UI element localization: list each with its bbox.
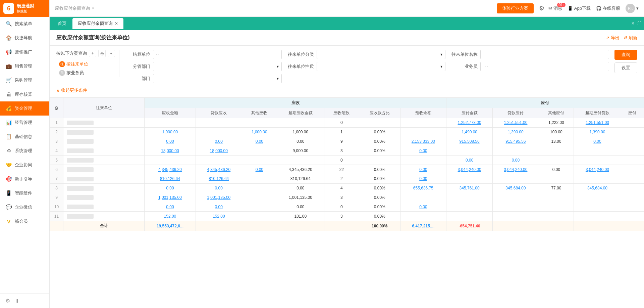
table-cell[interactable]: 1,490.00 bbox=[446, 127, 493, 137]
sidebar-item-starter[interactable]: 🎯 新手引导 bbox=[0, 172, 49, 186]
tab-receivable[interactable]: 应收应付余额查询 ✕ bbox=[72, 18, 123, 29]
table-cell[interactable]: 0.00 bbox=[145, 202, 196, 212]
table-cell[interactable]: 0.00 bbox=[400, 202, 446, 212]
refresh-button[interactable]: ↺ 刷新 bbox=[624, 35, 637, 41]
app-download-button[interactable]: 📱 App下载 bbox=[568, 5, 591, 11]
table-cell[interactable] bbox=[493, 146, 539, 156]
table-cell[interactable] bbox=[400, 118, 446, 128]
table-cell[interactable] bbox=[574, 146, 621, 156]
table-cell[interactable] bbox=[574, 212, 621, 221]
setting-button[interactable]: 设置 bbox=[614, 62, 637, 73]
scheme-item-partner[interactable]: 往 按往来单位 bbox=[56, 60, 115, 69]
table-cell[interactable]: 2,153,333.00 bbox=[400, 137, 446, 146]
table-cell[interactable] bbox=[574, 156, 621, 165]
table-cell[interactable]: 0.00 bbox=[196, 202, 242, 212]
table-cell[interactable] bbox=[493, 174, 539, 183]
table-cell[interactable] bbox=[242, 183, 277, 193]
tab-maximize-icon[interactable]: ⛶ bbox=[637, 21, 641, 26]
table-cell[interactable] bbox=[242, 118, 277, 128]
export-button[interactable]: ↗ 导出 bbox=[606, 35, 620, 41]
table-cell[interactable] bbox=[574, 193, 621, 202]
table-cell[interactable]: 0.00 bbox=[400, 165, 446, 174]
table-cell[interactable]: 0.00 bbox=[242, 165, 277, 174]
gear-button[interactable]: ⚙ bbox=[539, 5, 544, 12]
table-cell[interactable]: 345,684.00 bbox=[493, 183, 539, 193]
table-cell[interactable] bbox=[446, 202, 493, 212]
table-cell[interactable]: 0.00 bbox=[574, 137, 621, 146]
table-cell[interactable]: 0.00 bbox=[196, 137, 242, 146]
table-cell[interactable] bbox=[242, 156, 277, 165]
sidebar-item-basic-info[interactable]: 📋 基础信息 bbox=[0, 130, 49, 144]
table-cell[interactable]: 0.00 bbox=[400, 174, 446, 183]
sidebar-item-sales[interactable]: 💼 销售管理 bbox=[0, 59, 49, 73]
salesperson-input[interactable]: ··· bbox=[480, 62, 609, 71]
sidebar-item-marketing[interactable]: 📢 营销推广 bbox=[0, 45, 49, 59]
table-cell[interactable]: 4,345,436.20 bbox=[196, 165, 242, 174]
table-cell[interactable] bbox=[242, 174, 277, 183]
table-cell[interactable] bbox=[446, 174, 493, 183]
sidebar-item-smart-hw[interactable]: 📱 智能硬件 bbox=[0, 186, 49, 200]
partner-nature-input[interactable]: ▾ bbox=[317, 62, 445, 71]
table-cell[interactable]: 1,252,773.00 bbox=[446, 118, 493, 128]
sidebar-item-quick-nav[interactable]: 🏠 快捷导航 bbox=[0, 31, 49, 45]
tab-home[interactable]: 首页 bbox=[52, 18, 72, 29]
filter-add-button[interactable]: + bbox=[89, 50, 96, 57]
table-cell[interactable] bbox=[242, 202, 277, 212]
dept-input[interactable]: ▾ bbox=[153, 62, 282, 71]
table-cell[interactable] bbox=[400, 193, 446, 202]
message-button[interactable]: ✉ 消息 99+ bbox=[548, 5, 562, 11]
table-cell[interactable]: 3,044,240.00 bbox=[446, 165, 493, 174]
table-cell[interactable] bbox=[446, 146, 493, 156]
footer-ar-amount[interactable]: 19,553,472,6... bbox=[145, 221, 196, 231]
table-cell[interactable]: 345,761.00 bbox=[446, 183, 493, 193]
table-cell[interactable]: 0.00 bbox=[196, 183, 242, 193]
sidebar-item-search-menu[interactable]: 🔍 搜索菜单 bbox=[0, 17, 49, 31]
footer-ar-prepay[interactable]: 6,417,215.... bbox=[400, 221, 446, 231]
table-cell[interactable]: 1,251,551.00 bbox=[493, 118, 539, 128]
table-cell[interactable] bbox=[493, 212, 539, 221]
tab-close-icon[interactable]: ✕ bbox=[115, 21, 118, 26]
table-cell[interactable] bbox=[493, 202, 539, 212]
query-button[interactable]: 查询 bbox=[614, 50, 637, 60]
filter-collapse-button[interactable]: « bbox=[108, 50, 115, 57]
sidebar-item-inventory[interactable]: 🏛 库存核算 bbox=[0, 87, 49, 101]
sidebar-item-system[interactable]: ⚙ 系统管理 bbox=[0, 144, 49, 158]
table-cell[interactable] bbox=[400, 212, 446, 221]
sidebar-settings-button[interactable]: ⚙ bbox=[5, 298, 10, 304]
table-cell[interactable]: 915,508.56 bbox=[446, 137, 493, 146]
table-cell[interactable] bbox=[574, 202, 621, 212]
table-cell[interactable]: 0.00 bbox=[446, 156, 493, 165]
table-cell[interactable] bbox=[242, 193, 277, 202]
table-cell[interactable] bbox=[145, 156, 196, 165]
sidebar-item-operations[interactable]: 📊 经营管理 bbox=[0, 116, 49, 130]
table-cell[interactable]: 1,390.00 bbox=[493, 127, 539, 137]
sidebar-item-corp-collab[interactable]: 🤝 企业协同 bbox=[0, 158, 49, 172]
settlement-input[interactable]: ··· bbox=[153, 50, 282, 59]
partner-category-input[interactable]: ▾ bbox=[317, 50, 445, 59]
collapse-more-button[interactable]: ∧ 收起更多条件 bbox=[56, 87, 637, 93]
solution-button[interactable]: 体验行业方案 bbox=[497, 3, 534, 13]
table-cell[interactable]: 810,126.64 bbox=[196, 174, 242, 183]
table-cell[interactable]: 0.00 bbox=[400, 146, 446, 156]
table-cell[interactable] bbox=[493, 193, 539, 202]
table-cell[interactable]: 1,390.00 bbox=[574, 127, 621, 137]
table-cell[interactable]: 1,000.00 bbox=[242, 127, 277, 137]
sidebar-item-member[interactable]: V 畅会员 bbox=[0, 214, 49, 228]
user-area[interactable]: Rit ▾ bbox=[626, 4, 639, 13]
table-cell[interactable]: 655,636.75 bbox=[400, 183, 446, 193]
partner-name-input[interactable] bbox=[480, 50, 609, 59]
table-cell[interactable] bbox=[242, 212, 277, 221]
table-cell[interactable]: 0.00 bbox=[493, 156, 539, 165]
table-settings-icon[interactable]: ⚙ bbox=[54, 105, 59, 111]
table-cell[interactable]: 18,000.00 bbox=[196, 146, 242, 156]
filter-target-button[interactable]: ◎ bbox=[98, 50, 106, 57]
table-cell[interactable] bbox=[400, 127, 446, 137]
table-cell[interactable]: 0.00 bbox=[145, 137, 196, 146]
table-cell[interactable]: 1,001,135.00 bbox=[196, 193, 242, 202]
table-cell[interactable] bbox=[196, 127, 242, 137]
sidebar-item-corp-wechat[interactable]: 💬 企业微信 bbox=[0, 200, 49, 214]
scheme-item-salesperson[interactable]: 员 按业务员 bbox=[56, 69, 115, 77]
table-cell[interactable]: 1,000.00 bbox=[145, 127, 196, 137]
table-cell[interactable]: 3,044,240.00 bbox=[574, 165, 621, 174]
tab-close-window-icon[interactable]: ✕ bbox=[631, 21, 635, 26]
